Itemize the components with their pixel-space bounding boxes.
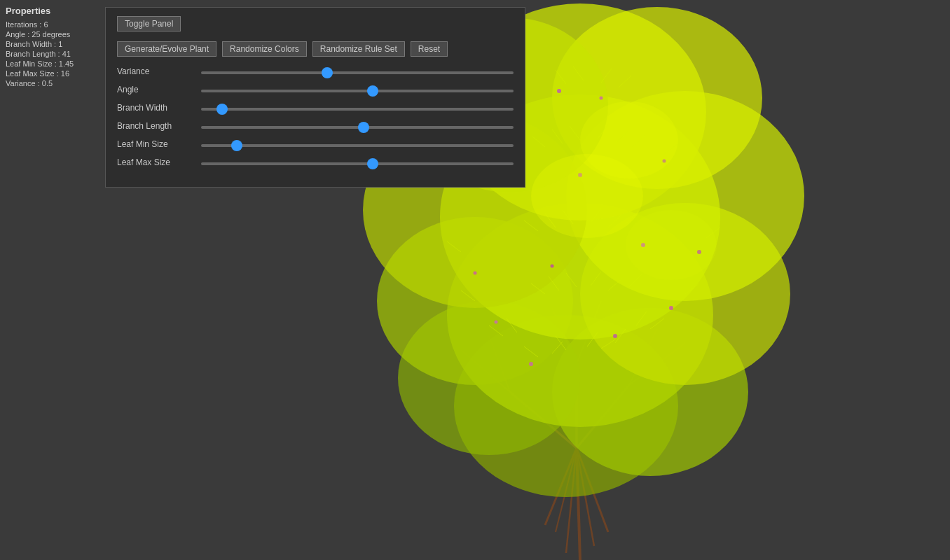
svg-point-17 <box>495 321 498 324</box>
svg-point-27 <box>557 89 561 93</box>
leaf-min-size-row: Leaf Min Size <box>117 139 514 149</box>
branch-length-slider-container <box>201 121 514 131</box>
angle-row: Angle <box>117 85 514 94</box>
svg-point-26 <box>600 97 603 100</box>
variance-slider[interactable] <box>201 71 514 74</box>
highlight-2 <box>580 102 678 178</box>
action-buttons-row: Generate/Evolve Plant Randomize Colors R… <box>117 41 514 57</box>
branch-width-slider-container <box>201 103 514 113</box>
prop-leaf-min-size: Leaf Min Size : 1.45 <box>6 59 92 68</box>
branch-length-row: Branch Length <box>117 121 514 131</box>
branch-width-row: Branch Width <box>117 103 514 113</box>
variance-label: Variance <box>117 66 201 76</box>
branch-length-slider[interactable] <box>201 126 514 129</box>
branch-width-slider[interactable] <box>201 108 514 111</box>
prop-variance: Variance : 0.5 <box>6 79 92 88</box>
branch-length-label: Branch Length <box>117 121 201 131</box>
leaf-min-size-slider[interactable] <box>201 144 514 147</box>
leaf-max-size-slider[interactable] <box>201 162 514 165</box>
control-panel: Toggle Panel Generate/Evolve Plant Rando… <box>105 7 525 188</box>
toggle-panel-button[interactable]: Toggle Panel <box>117 16 181 31</box>
prop-angle: Angle : 25 degrees <box>6 30 92 38</box>
generate-evolve-button[interactable]: Generate/Evolve Plant <box>117 41 216 57</box>
svg-point-18 <box>669 306 673 310</box>
properties-title: Properties <box>6 6 92 16</box>
highlight-3 <box>626 210 717 280</box>
prop-iterations: Iterations : 6 <box>6 20 92 29</box>
randomize-colors-button[interactable]: Randomize Colors <box>222 41 307 57</box>
branch-width-label: Branch Width <box>117 103 201 113</box>
leaf-min-size-slider-container <box>201 139 514 149</box>
toggle-panel-area: Toggle Panel <box>117 16 514 34</box>
angle-slider-container <box>201 85 514 94</box>
svg-point-15 <box>529 362 533 366</box>
randomize-ruleset-button[interactable]: Randomize Rule Set <box>312 41 405 57</box>
sidebar: Properties Iterations : 6 Angle : 25 deg… <box>0 0 98 560</box>
leaf-min-size-label: Leaf Min Size <box>117 139 201 149</box>
leaf-max-size-slider-container <box>201 158 514 167</box>
svg-point-19 <box>551 265 554 268</box>
svg-point-16 <box>613 334 617 338</box>
prop-branch-length: Branch Length : 41 <box>6 50 92 58</box>
variance-row: Variance <box>117 66 514 76</box>
reset-button[interactable]: Reset <box>411 41 448 57</box>
angle-label: Angle <box>117 85 201 94</box>
variance-slider-container <box>201 66 514 76</box>
main-area: Toggle Panel Generate/Evolve Plant Rando… <box>98 0 950 560</box>
prop-branch-width: Branch Width : 1 <box>6 40 92 48</box>
svg-point-21 <box>474 272 477 275</box>
prop-leaf-max-size: Leaf Max Size : 16 <box>6 69 92 78</box>
leaf-max-size-label: Leaf Max Size <box>117 158 201 167</box>
leaf-max-size-row: Leaf Max Size <box>117 158 514 167</box>
angle-slider[interactable] <box>201 90 514 92</box>
